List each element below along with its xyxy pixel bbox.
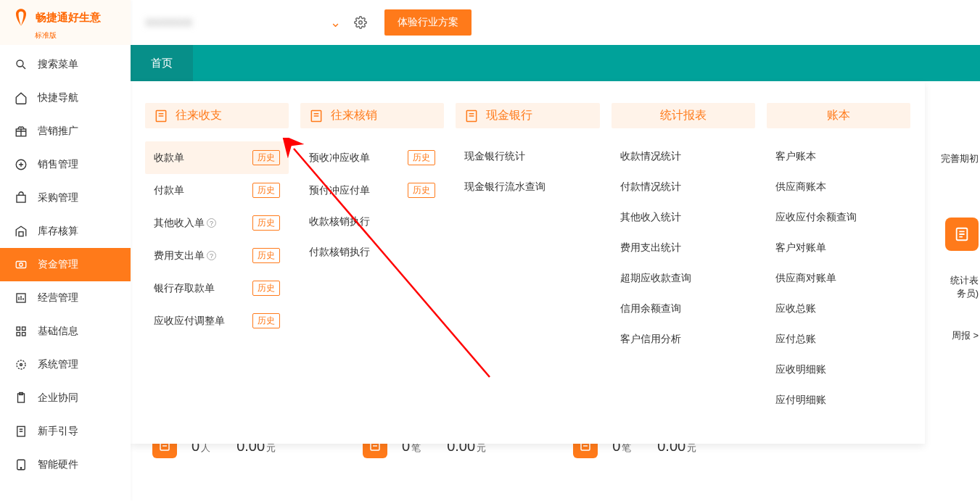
sidebar-item-4[interactable]: 采购管理	[0, 181, 131, 215]
mega-item-label: 应收应付调整单	[154, 315, 225, 328]
sidebar-item-11[interactable]: 新手引导	[0, 415, 131, 448]
mega-item-0-1[interactable]: 付款单历史	[145, 174, 289, 207]
history-badge[interactable]: 历史	[408, 183, 435, 198]
sidebar-item-label: 企业协同	[38, 392, 78, 405]
mega-item-4-3[interactable]: 客户对账单	[767, 233, 910, 263]
mega-item-2-0[interactable]: 现金银行统计	[456, 141, 599, 172]
mega-item-label: 供应商账本	[775, 181, 826, 194]
mega-item-label: 银行存取款单	[154, 282, 215, 295]
brand-title: 畅捷通好生意	[36, 11, 101, 25]
column-title: 现金银行	[486, 108, 532, 123]
history-badge[interactable]: 历史	[252, 248, 280, 263]
mega-item-label: 付款单	[154, 184, 184, 197]
mega-column-3: 统计报表收款情况统计付款情况统计其他收入统计费用支出统计超期应收款查询信用余额查…	[612, 103, 755, 422]
column-icon	[464, 109, 479, 123]
svg-point-20	[359, 21, 363, 25]
mega-item-4-1[interactable]: 供应商账本	[767, 172, 910, 202]
topbar: XXXXXXX ⌄ 体验行业方案	[131, 0, 980, 45]
mega-item-4-8[interactable]: 应付明细账	[767, 385, 910, 415]
mega-column-header: 往来收支	[145, 103, 289, 128]
mega-item-label: 预付冲应付单	[309, 184, 370, 197]
sidebar-item-label: 快捷导航	[38, 91, 78, 104]
svg-rect-11	[17, 333, 20, 336]
mega-item-4-0[interactable]: 客户账本	[767, 141, 910, 172]
sidebar-item-label: 销售管理	[38, 158, 78, 171]
mega-item-1-3[interactable]: 付款核销执行	[300, 237, 444, 268]
brand-logo: 畅捷通好生意	[0, 0, 131, 35]
floating-icon[interactable]	[945, 218, 979, 251]
industry-plan-button[interactable]: 体验行业方案	[384, 9, 472, 36]
mega-item-0-0[interactable]: 收款单历史	[145, 141, 289, 174]
mega-item-0-4[interactable]: 银行存取款单历史	[145, 272, 289, 305]
company-selector[interactable]: XXXXXXX ⌄	[145, 15, 341, 30]
sidebar-item-5[interactable]: 库存核算	[0, 215, 131, 248]
sidebar-item-6[interactable]: 资金管理	[0, 248, 131, 281]
sidebar-item-1[interactable]: 快捷导航	[0, 81, 131, 115]
svg-point-0	[17, 60, 23, 67]
mega-item-label: 付款核销执行	[309, 246, 370, 259]
gift-icon	[15, 125, 28, 138]
mega-item-4-4[interactable]: 供应商对账单	[767, 263, 910, 294]
history-badge[interactable]: 历史	[252, 281, 280, 296]
svg-rect-9	[17, 327, 20, 331]
sidebar-item-label: 搜索菜单	[38, 58, 78, 71]
gear-dotted-icon	[15, 358, 28, 371]
rightside-text-complete-initial[interactable]: 完善期初	[941, 152, 979, 165]
gear-icon[interactable]	[354, 16, 367, 29]
mega-item-0-3[interactable]: 费用支出单?历史	[145, 239, 289, 272]
mega-item-3-5[interactable]: 信用余额查询	[612, 294, 755, 324]
sidebar-item-9[interactable]: 系统管理	[0, 348, 131, 381]
column-title: 往来收支	[176, 108, 222, 123]
tab-home[interactable]: 首页	[131, 45, 193, 81]
mega-item-3-0[interactable]: 收款情况统计	[612, 141, 755, 172]
sidebar-item-label: 库存核算	[38, 225, 78, 238]
mega-item-label: 应收明细账	[775, 363, 826, 376]
history-badge[interactable]: 历史	[252, 183, 280, 198]
sidebar-item-12[interactable]: 智能硬件	[0, 448, 131, 481]
rightside-text-weekly[interactable]: 周报 >	[952, 329, 979, 342]
help-icon[interactable]: ?	[207, 218, 216, 228]
sidebar-item-7[interactable]: 经营管理	[0, 281, 131, 315]
tab-strip: 首页	[131, 45, 980, 81]
history-badge[interactable]: 历史	[252, 313, 280, 328]
mega-item-4-7[interactable]: 应收明细账	[767, 355, 910, 385]
chevron-down-icon: ⌄	[330, 15, 341, 30]
mega-item-4-2[interactable]: 应收应付余额查询	[767, 202, 910, 233]
mega-item-1-1[interactable]: 预付冲应付单历史	[300, 174, 444, 207]
mega-item-3-3[interactable]: 费用支出统计	[612, 233, 755, 263]
mega-item-label: 其他收入统计	[620, 211, 681, 224]
sidebar-item-0[interactable]: 搜索菜单	[0, 48, 131, 81]
mega-item-3-4[interactable]: 超期应收款查询	[612, 263, 755, 294]
svg-point-19	[20, 468, 22, 469]
device-icon	[15, 458, 28, 471]
mega-item-0-2[interactable]: 其他收入单?历史	[145, 207, 289, 239]
sidebar-item-label: 资金管理	[38, 258, 78, 271]
mega-item-4-5[interactable]: 应收总账	[767, 294, 910, 324]
sidebar-item-2[interactable]: 营销推广	[0, 115, 131, 148]
sidebar-item-8[interactable]: 基础信息	[0, 315, 131, 348]
mega-item-3-2[interactable]: 其他收入统计	[612, 202, 755, 233]
history-badge[interactable]: 历史	[252, 215, 280, 231]
mega-item-3-6[interactable]: 客户信用分析	[612, 324, 755, 355]
mega-item-3-1[interactable]: 付款情况统计	[612, 172, 755, 202]
mega-item-4-6[interactable]: 应付总账	[767, 324, 910, 355]
mega-item-2-1[interactable]: 现金银行流水查询	[456, 172, 599, 202]
mega-item-label: 其他收入单?	[154, 217, 216, 230]
mega-column-2: 现金银行现金银行统计现金银行流水查询	[456, 103, 599, 422]
column-title: 账本	[827, 108, 850, 123]
search-icon	[15, 58, 28, 71]
sidebar-item-3[interactable]: 销售管理	[0, 148, 131, 181]
help-icon[interactable]: ?	[207, 251, 216, 260]
mega-item-1-2[interactable]: 收款核销执行	[300, 207, 444, 237]
mega-item-label: 应付明细账	[775, 394, 826, 407]
svg-point-14	[20, 364, 22, 366]
rightside-text-stat-table: 统计表	[950, 274, 979, 287]
mega-column-1: 往来核销预收冲应收单历史预付冲应付单历史收款核销执行付款核销执行	[300, 103, 444, 422]
mega-menu: 往来收支收款单历史付款单历史其他收入单?历史费用支出单?历史银行存取款单历史应收…	[131, 81, 925, 444]
mega-item-0-5[interactable]: 应收应付调整单历史	[145, 305, 289, 337]
history-badge[interactable]: 历史	[408, 150, 435, 165]
sidebar-item-10[interactable]: 企业协同	[0, 381, 131, 415]
history-badge[interactable]: 历史	[252, 150, 280, 165]
mega-item-1-0[interactable]: 预收冲应收单历史	[300, 141, 444, 174]
sidebar-item-label: 营销推广	[38, 125, 78, 138]
